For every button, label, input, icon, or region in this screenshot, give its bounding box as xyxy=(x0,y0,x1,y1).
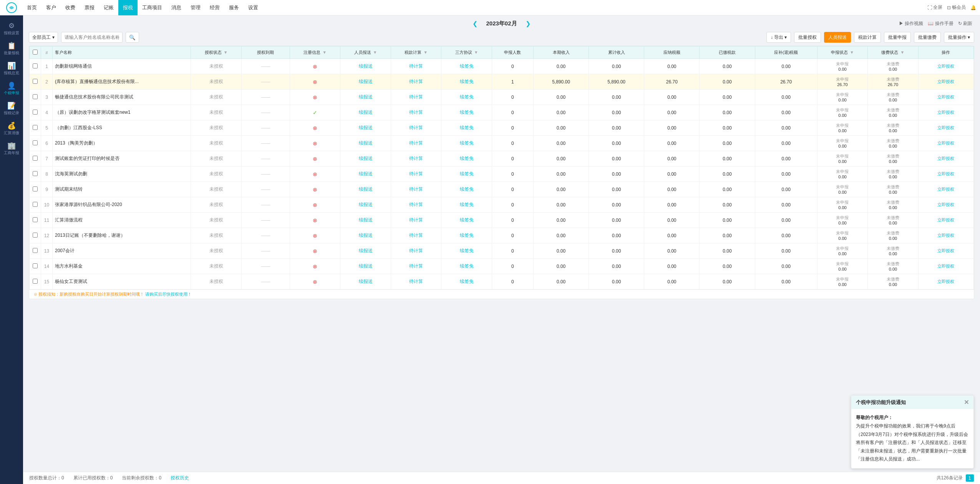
header-auth-status[interactable]: 授权状态 ▼ xyxy=(191,47,241,59)
row-tax-calc[interactable]: 待计算 xyxy=(391,90,441,105)
nav-item-commerce[interactable]: 工商项目 xyxy=(138,0,167,15)
period-next-btn[interactable]: ❯ xyxy=(523,19,533,28)
row-action[interactable]: 立即授权 xyxy=(918,182,973,197)
row-checkbox[interactable] xyxy=(30,259,41,274)
row-triparty[interactable]: 续签免 xyxy=(441,274,492,289)
row-person-report[interactable]: 续报送 xyxy=(340,213,391,228)
row-action[interactable]: 立即授权 xyxy=(918,228,973,243)
batch-report-btn[interactable]: 批量申报 xyxy=(884,32,911,43)
video-help-btn[interactable]: ▶ 操作视频 xyxy=(899,20,923,27)
sidebar-item-personal-tax[interactable]: 👤 个税申报 xyxy=(0,78,23,98)
page-1-btn[interactable]: 1 xyxy=(966,474,974,482)
sidebar-item-annual-report[interactable]: 🏢 工商年报 xyxy=(0,138,23,158)
nav-item-accounting[interactable]: 记账 xyxy=(99,0,118,15)
row-triparty[interactable]: 续签免 xyxy=(441,182,492,197)
nav-item-home[interactable]: 首页 xyxy=(22,0,41,15)
row-triparty[interactable]: 续签免 xyxy=(441,243,492,259)
row-checkbox[interactable] xyxy=(30,90,41,105)
row-person-report[interactable]: 续报送 xyxy=(340,259,391,274)
sidebar-item-tax-records[interactable]: 📝 报税记录 xyxy=(0,98,23,118)
row-person-report[interactable]: 续报送 xyxy=(340,105,391,120)
row-person-report[interactable]: 续报送 xyxy=(340,59,391,74)
row-action[interactable]: 立即授权 xyxy=(918,243,973,259)
row-tax-calc[interactable]: 待计算 xyxy=(391,243,441,259)
row-checkbox[interactable] xyxy=(30,74,41,90)
batch-pay-btn[interactable]: 批量缴费 xyxy=(914,32,941,43)
row-checkbox[interactable] xyxy=(30,213,41,228)
row-action[interactable]: 立即授权 xyxy=(918,166,973,182)
row-triparty[interactable]: 续签免 xyxy=(441,59,492,74)
row-person-report[interactable]: 续报送 xyxy=(340,166,391,182)
row-checkbox[interactable] xyxy=(30,274,41,289)
row-checkbox[interactable] xyxy=(30,166,41,182)
row-tax-calc[interactable]: 待计算 xyxy=(391,166,441,182)
row-triparty[interactable]: 续签免 xyxy=(441,166,492,182)
nav-item-billing[interactable]: 收费 xyxy=(61,0,80,15)
row-checkbox[interactable] xyxy=(30,120,41,136)
employee-filter[interactable]: 全部员工 ▾ xyxy=(29,32,58,43)
row-person-report[interactable]: 续报送 xyxy=(340,90,391,105)
header-checkbox[interactable] xyxy=(30,47,41,59)
row-triparty[interactable]: 续签免 xyxy=(441,90,492,105)
row-person-report[interactable]: 续报送 xyxy=(340,136,391,151)
nav-item-management[interactable]: 管理 xyxy=(186,0,205,15)
sidebar-item-settlement[interactable]: 💰 汇算清缴 xyxy=(0,118,23,138)
row-checkbox[interactable] xyxy=(30,151,41,166)
row-tax-calc[interactable]: 待计算 xyxy=(391,105,441,120)
row-tax-calc[interactable]: 待计算 xyxy=(391,213,441,228)
row-action[interactable]: 立即授权 xyxy=(918,197,973,213)
row-tax-calc[interactable]: 待计算 xyxy=(391,197,441,213)
nav-item-customers[interactable]: 客户 xyxy=(41,0,61,15)
row-tax-calc[interactable]: 待计算 xyxy=(391,74,441,90)
row-person-report[interactable]: 续报送 xyxy=(340,151,391,166)
row-triparty[interactable]: 续签免 xyxy=(441,213,492,228)
notification-btn[interactable]: 🔔 xyxy=(970,5,976,10)
batch-auth-btn[interactable]: 批量授权 xyxy=(794,32,821,43)
row-checkbox[interactable] xyxy=(30,243,41,259)
refresh-btn[interactable]: ↻ 刷新 xyxy=(958,20,972,27)
row-triparty[interactable]: 续签免 xyxy=(441,105,492,120)
nav-item-reports[interactable]: 票报 xyxy=(80,0,99,15)
customer-search-input[interactable] xyxy=(61,32,123,43)
header-person-report[interactable]: 人员报送 ▼ xyxy=(340,47,391,59)
row-tax-calc[interactable]: 待计算 xyxy=(391,120,441,136)
row-tax-calc[interactable]: 待计算 xyxy=(391,259,441,274)
export-btn[interactable]: ↓ 导出 ▾ xyxy=(766,32,791,43)
row-triparty[interactable]: 续签免 xyxy=(441,259,492,274)
row-checkbox[interactable] xyxy=(30,59,41,74)
row-person-report[interactable]: 续报送 xyxy=(340,182,391,197)
select-all-checkbox[interactable] xyxy=(33,50,38,55)
row-action[interactable]: 立即授权 xyxy=(918,59,973,74)
header-tax-calc[interactable]: 税款计算 ▼ xyxy=(391,47,441,59)
row-action[interactable]: 立即授权 xyxy=(918,74,973,90)
row-tax-calc[interactable]: 待计算 xyxy=(391,136,441,151)
auth-history-link[interactable]: 授权历史 xyxy=(171,475,189,481)
row-checkbox[interactable] xyxy=(30,136,41,151)
sidebar-item-tax-settings[interactable]: ⚙ 报税设置 xyxy=(0,18,23,38)
tax-calc-btn[interactable]: 税款计算 xyxy=(854,32,881,43)
row-person-report[interactable]: 续报送 xyxy=(340,74,391,90)
header-reg-info[interactable]: 注册信息 ▼ xyxy=(290,47,340,59)
row-action[interactable]: 立即授权 xyxy=(918,151,973,166)
row-person-report[interactable]: 续报送 xyxy=(340,197,391,213)
row-triparty[interactable]: 续签免 xyxy=(441,151,492,166)
row-tax-calc[interactable]: 待计算 xyxy=(391,274,441,289)
fullscreen-btn[interactable]: ⛶ 全屏 xyxy=(927,4,942,11)
row-tax-calc[interactable]: 待计算 xyxy=(391,59,441,74)
row-person-report[interactable]: 续报送 xyxy=(340,228,391,243)
nav-item-operations[interactable]: 经营 xyxy=(205,0,224,15)
row-action[interactable]: 立即授权 xyxy=(918,259,973,274)
nav-item-messages[interactable]: 消息 xyxy=(167,0,186,15)
row-triparty[interactable]: 续签免 xyxy=(441,228,492,243)
row-tax-calc[interactable]: 待计算 xyxy=(391,151,441,166)
row-tax-calc[interactable]: 待计算 xyxy=(391,182,441,197)
member-btn[interactable]: ⊡ 畅会员 xyxy=(947,4,966,11)
notice-close-btn[interactable]: ✕ xyxy=(964,399,969,406)
search-button[interactable]: 🔍 xyxy=(126,32,139,43)
header-pay-status[interactable]: 缴费状态 ▼ xyxy=(868,47,918,59)
header-triparty[interactable]: 三方协议 ▼ xyxy=(441,47,492,59)
row-person-report[interactable]: 续报送 xyxy=(340,120,391,136)
row-action[interactable]: 立即授权 xyxy=(918,136,973,151)
row-action[interactable]: 立即授权 xyxy=(918,90,973,105)
row-person-report[interactable]: 续报送 xyxy=(340,243,391,259)
